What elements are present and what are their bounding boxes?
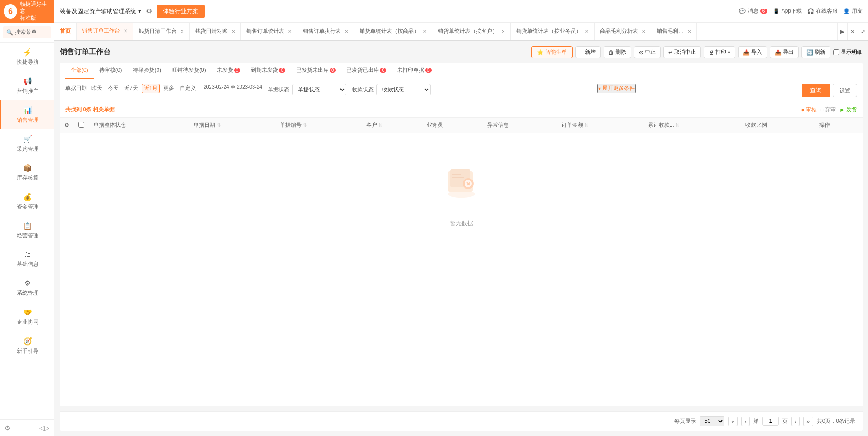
export-button[interactable]: 📤 导出 bbox=[770, 46, 799, 58]
sidebar-item-operation[interactable]: 📋 经营管理 bbox=[0, 216, 54, 245]
delete-button[interactable]: 🗑 删除 bbox=[604, 46, 631, 58]
tab-close-icon[interactable]: ✕ bbox=[124, 28, 127, 33]
industry-solution-button[interactable]: 体验行业方案 bbox=[157, 5, 205, 18]
show-detail-checkbox[interactable] bbox=[833, 49, 839, 55]
print-button[interactable]: 🖨 打印 ▾ bbox=[704, 46, 735, 58]
col-received[interactable]: 累计收款... ⇅ bbox=[643, 118, 741, 133]
tab-sales-by-salesman[interactable]: 销货单统计表（按业务员） ✕ bbox=[511, 23, 595, 41]
user-action[interactable]: 👤 用友 bbox=[843, 7, 863, 15]
tab-sales-by-customer[interactable]: 销货单统计表（按客户） ✕ bbox=[432, 23, 511, 41]
col-number[interactable]: 单据编号 ⇅ bbox=[275, 118, 362, 133]
col-date[interactable]: 单据日期 ⇅ bbox=[189, 118, 275, 133]
tab-scroll-right[interactable]: ▶ bbox=[837, 23, 847, 41]
tab-close-icon-9[interactable]: ✕ bbox=[642, 29, 645, 34]
tab-home[interactable]: 首页 bbox=[54, 23, 77, 41]
collapse-button[interactable]: ◁▷ bbox=[39, 424, 49, 431]
prev-page-button[interactable]: ‹ bbox=[741, 417, 749, 426]
topbar-gear-icon[interactable]: ⚙ bbox=[146, 7, 152, 15]
sub-tab-all[interactable]: 全部(0) bbox=[65, 63, 94, 79]
sidebar-item-guide[interactable]: 🧭 新手引导 bbox=[0, 332, 54, 360]
results-count: 共找到 0条 相关单据 bbox=[65, 106, 115, 114]
refresh-button[interactable]: 🔄 刷新 bbox=[801, 46, 830, 58]
select-all-checkbox[interactable] bbox=[78, 122, 84, 128]
tab-sales-exec[interactable]: 销售订单执行表 ✕ bbox=[297, 23, 354, 41]
date-last-month[interactable]: 近1月 bbox=[142, 84, 160, 93]
batch-ship-button[interactable]: ► 发货 bbox=[839, 106, 857, 114]
filter-buttons: 查询 设置 bbox=[802, 84, 857, 97]
sidebar-item-cooperation[interactable]: 🤝 企业协同 bbox=[0, 303, 54, 332]
status-select[interactable]: 单据状态 bbox=[292, 84, 346, 95]
sidebar-item-base[interactable]: 🗂 基础信息 bbox=[0, 245, 54, 274]
tab-close-icon-10[interactable]: ✕ bbox=[687, 29, 691, 34]
message-action[interactable]: 💬 消息 6 bbox=[739, 7, 767, 15]
date-custom[interactable]: 自定义 bbox=[178, 84, 198, 93]
tab-gross-profit[interactable]: 商品毛利分析表 ✕ bbox=[595, 23, 651, 41]
tab-close-all[interactable]: ✕ bbox=[847, 23, 858, 41]
col-customer[interactable]: 客户 ⇅ bbox=[362, 118, 422, 133]
set-button[interactable]: 设置 bbox=[833, 84, 857, 97]
sub-tab-shipped-not-out[interactable]: 已发货未出库0 bbox=[291, 63, 341, 79]
cancel-icon: ○ bbox=[820, 107, 824, 113]
expand-filter-button[interactable]: ▾ 展开更多条件 bbox=[597, 84, 636, 93]
batch-review-button[interactable]: ● 审核 bbox=[801, 106, 817, 114]
col-settings[interactable]: ⚙ bbox=[60, 118, 74, 133]
tab-daily-reconcile[interactable]: 钱货日清对账 ✕ bbox=[190, 23, 241, 41]
tab-sales-gross[interactable]: 销售毛利… ✕ bbox=[651, 23, 697, 41]
sidebar-item-system[interactable]: ⚙ 系统管理 bbox=[0, 274, 54, 303]
stop-button[interactable]: ⊘ 中止 bbox=[634, 46, 661, 58]
online-service-action[interactable]: 🎧 在线客服 bbox=[807, 7, 838, 15]
page-number-input[interactable] bbox=[762, 417, 779, 426]
query-button[interactable]: 查询 bbox=[802, 84, 830, 97]
page-size-select[interactable]: 50 10 20 100 bbox=[700, 416, 724, 426]
sub-tab-pending-review[interactable]: 待审核(0) bbox=[94, 63, 128, 79]
delete-icon: 🗑 bbox=[609, 49, 614, 56]
sidebar-item-inventory[interactable]: 📦 库存核算 bbox=[0, 158, 54, 187]
date-yesterday[interactable]: 昨天 bbox=[90, 84, 104, 93]
tab-close-icon-3[interactable]: ✕ bbox=[231, 29, 235, 34]
col-select-all[interactable] bbox=[74, 118, 89, 133]
system-title-dropdown[interactable]: 装备及固定资产辅助管理系统 ▾ bbox=[60, 7, 141, 15]
horizontal-scrollbar[interactable] bbox=[60, 406, 863, 411]
sub-tab-unshipped[interactable]: 未发货0 bbox=[211, 63, 246, 79]
col-amount[interactable]: 订单金额 ⇅ bbox=[557, 118, 643, 133]
add-button[interactable]: + 新增 bbox=[575, 46, 601, 58]
sub-tab-unprinted[interactable]: 未打印单据0 bbox=[392, 63, 437, 79]
search-menu-button[interactable]: 🔍 搜索菜单 bbox=[3, 26, 51, 38]
import-button[interactable]: 📥 导入 bbox=[738, 46, 767, 58]
cancel-stop-button[interactable]: ↩ 取消中止 bbox=[663, 46, 701, 58]
batch-cancel-button[interactable]: ○ 弃审 bbox=[820, 106, 836, 114]
settings-button[interactable]: ⚙ bbox=[5, 424, 10, 431]
sub-tab-pending-inspect[interactable]: 待择验货(0) bbox=[127, 63, 167, 79]
sidebar-item-marketing[interactable]: 📢 营销推广 bbox=[0, 71, 54, 100]
tab-close-icon-4[interactable]: ✕ bbox=[288, 29, 292, 34]
tab-close-icon-7[interactable]: ✕ bbox=[501, 29, 505, 34]
sub-tab-shipped-out[interactable]: 已发货已出库0 bbox=[341, 63, 392, 79]
date-last7[interactable]: 近7天 bbox=[122, 84, 140, 93]
tab-daily-clear[interactable]: 钱货日清工作台 ✕ bbox=[133, 23, 190, 41]
sidebar-item-sales[interactable]: 📊 销售管理 bbox=[0, 100, 54, 129]
sidebar-item-finance[interactable]: 💰 资金管理 bbox=[0, 187, 54, 216]
tab-sales-by-product[interactable]: 销货单统计表（按商品） ✕ bbox=[354, 23, 432, 41]
tab-maximize[interactable]: ⤢ bbox=[858, 23, 868, 41]
tab-close-icon-2[interactable]: ✕ bbox=[180, 29, 184, 34]
tab-close-icon-5[interactable]: ✕ bbox=[345, 29, 348, 34]
date-more[interactable]: 更多 bbox=[162, 84, 176, 93]
smart-create-button[interactable]: ⭐ 智能生单 bbox=[531, 46, 573, 58]
payment-select[interactable]: 收款状态 bbox=[376, 84, 431, 95]
payment-filter-group: 收款状态 收款状态 bbox=[352, 84, 431, 95]
sub-tab-wangpu-ship[interactable]: 旺铺待发货(0) bbox=[167, 63, 211, 79]
tab-sales-workbench[interactable]: 销售订单工作台 ✕ bbox=[77, 23, 133, 41]
last-page-button[interactable]: » bbox=[803, 417, 813, 426]
sub-tab-overdue-unshipped[interactable]: 到期未发货0 bbox=[245, 63, 291, 79]
sidebar-item-quick-nav[interactable]: ⚡ 快捷导航 bbox=[0, 43, 54, 71]
tab-close-icon-8[interactable]: ✕ bbox=[585, 29, 589, 34]
app-download-action[interactable]: 📱 App下载 bbox=[773, 7, 802, 15]
tab-close-icon-6[interactable]: ✕ bbox=[423, 29, 427, 34]
sidebar-item-purchase[interactable]: 🛒 采购管理 bbox=[0, 129, 54, 158]
next-page-button[interactable]: › bbox=[791, 417, 800, 426]
date-today[interactable]: 今天 bbox=[106, 84, 120, 93]
col-salesman[interactable]: 业务员 bbox=[422, 118, 483, 133]
tab-sales-stats[interactable]: 销售订单统计表 ✕ bbox=[241, 23, 297, 41]
show-detail-label[interactable]: 显示明细 bbox=[833, 48, 863, 56]
first-page-button[interactable]: « bbox=[728, 417, 738, 426]
